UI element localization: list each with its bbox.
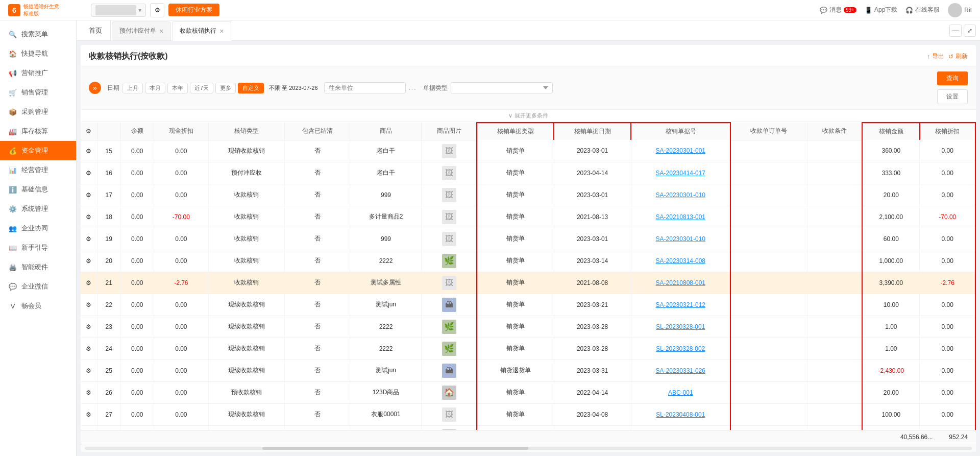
cell-verify-no[interactable]: SA-20230314-008	[631, 250, 730, 272]
user-area[interactable]: Rit	[948, 3, 972, 17]
sidebar-item-operation[interactable]: 📊 经营管理	[0, 160, 76, 180]
cell-include-settled: 否	[285, 338, 350, 359]
horizontal-scrollbar[interactable]	[85, 447, 972, 450]
cell-settings[interactable]: ⚙	[81, 403, 97, 425]
date-btn-this-year[interactable]: 本年	[167, 83, 188, 93]
app-download-button[interactable]: 📱 App下载	[865, 6, 897, 14]
cell-settings[interactable]: ⚙	[81, 184, 97, 206]
sidebar-item-sales[interactable]: 🛒 销售管理	[0, 83, 76, 102]
cell-verify-no[interactable]: SA-20230301-010	[631, 228, 730, 250]
cell-verify-no[interactable]: SA-20210808-001	[631, 272, 730, 294]
message-button[interactable]: 💬 消息 99+	[820, 6, 856, 14]
cell-seq: 21	[97, 272, 120, 294]
cell-verify-no[interactable]: SA-20230321-012	[631, 294, 730, 316]
voucher-type-select[interactable]	[451, 82, 553, 93]
cell-settings[interactable]: ⚙	[81, 425, 97, 430]
sidebar-item-system[interactable]: ⚙️ 系统管理	[0, 199, 76, 219]
cell-verify-no[interactable]: ABC-001	[631, 381, 730, 403]
cell-verify-discount: 0.00	[920, 316, 975, 338]
th-product-img: 商品图片	[422, 123, 477, 140]
sidebar-item-collab[interactable]: 👥 企业协同	[0, 219, 76, 238]
cell-settings[interactable]: ⚙	[81, 294, 97, 316]
sidebar-item-wechat[interactable]: 💬 企业微信	[0, 277, 76, 296]
org-selector[interactable]: ▾	[91, 4, 146, 17]
cell-settings[interactable]: ⚙	[81, 250, 97, 272]
cell-verify-discount: 0.00	[920, 294, 975, 316]
cell-settings[interactable]: ⚙	[81, 206, 97, 228]
maximize-button[interactable]: ⤢	[964, 25, 976, 37]
sidebar-item-basic[interactable]: ℹ️ 基础信息	[0, 180, 76, 199]
industry-button[interactable]: 休闲行业方案	[168, 4, 219, 16]
date-btn-custom[interactable]: 自定义	[238, 83, 264, 93]
th-balance: 余额	[120, 123, 154, 140]
cell-verify-no[interactable]: SA-20210813-001	[631, 206, 730, 228]
cell-settings[interactable]: ⚙	[81, 359, 97, 381]
cell-verify-type: 现续收款核销	[208, 359, 284, 381]
filter-toggle-button[interactable]: »	[89, 82, 101, 94]
sidebar-item-search[interactable]: 🔍 搜索菜单	[0, 25, 76, 44]
cart-icon: 🛒	[8, 88, 17, 97]
bottom-scroll-bar[interactable]	[81, 444, 976, 452]
date-btn-more[interactable]: 更多	[215, 83, 236, 93]
cell-receipt-condition	[807, 272, 862, 294]
sidebar-item-navigation[interactable]: 🏠 快捷导航	[0, 44, 76, 63]
cell-settings[interactable]: ⚙	[81, 228, 97, 250]
refresh-button[interactable]: ↺ 刷新	[948, 52, 968, 61]
minimize-button[interactable]: —	[949, 25, 962, 37]
cell-verify-voucher-type: 销货单	[477, 425, 554, 430]
cell-settings[interactable]: ⚙	[81, 140, 97, 162]
sidebar-item-purchase[interactable]: 📦 采购管理	[0, 102, 76, 122]
sidebar-item-member[interactable]: V 畅会员	[0, 296, 76, 316]
cell-verify-no[interactable]: SA-20230414-017	[631, 162, 730, 184]
voucher-type-label: 单据类型	[423, 84, 448, 92]
cell-verify-no[interactable]: SL-20230408-001	[631, 403, 730, 425]
cell-verify-no[interactable]: SL-20230418-001	[631, 425, 730, 430]
partner-filter-dots[interactable]: ...	[409, 84, 417, 91]
cell-cash-discount: 0.00	[154, 228, 208, 250]
date-label: 日期	[107, 84, 119, 92]
logo-icon: 6	[8, 4, 20, 16]
sidebar-item-marketing[interactable]: 📢 营销推广	[0, 63, 76, 83]
tab1-close-icon[interactable]: ×	[159, 28, 163, 35]
expand-bar: ∨ 展开更多条件	[81, 110, 976, 122]
export-button[interactable]: ↑ 导出	[927, 52, 944, 61]
sidebar-item-guide[interactable]: 📖 新手引导	[0, 238, 76, 257]
table-wrap[interactable]: ⚙ 余额 现金折扣 核销类型 包含已结清 商品 商品图片 核销单据类型 核销单据…	[81, 122, 976, 430]
date-btn-7days[interactable]: 近7天	[190, 83, 213, 93]
cell-settings[interactable]: ⚙	[81, 338, 97, 359]
tab-prepay[interactable]: 预付冲应付单 ×	[112, 21, 171, 41]
cell-balance: 0.00	[120, 294, 154, 316]
cell-verify-no[interactable]: SA-20230301-010	[631, 184, 730, 206]
cell-settings[interactable]: ⚙	[81, 316, 97, 338]
cell-verify-no[interactable]: SL-20230328-001	[631, 316, 730, 338]
expand-conditions-button[interactable]: ∨ 展开更多条件	[508, 112, 548, 119]
sidebar-item-finance[interactable]: 💰 资金管理	[0, 141, 76, 160]
partner-input[interactable]	[324, 82, 406, 93]
cell-settings[interactable]: ⚙	[81, 162, 97, 184]
settings-button[interactable]: 设置	[937, 89, 968, 104]
tab2-close-icon[interactable]: ×	[219, 28, 224, 35]
chevron-down-icon: ▾	[138, 7, 141, 14]
cell-product: 测试jun	[350, 359, 422, 381]
date-btn-last-month[interactable]: 上月	[122, 83, 143, 93]
sidebar-item-inventory[interactable]: 🏭 库存核算	[0, 122, 76, 141]
user-name: Rit	[964, 7, 972, 14]
tab-receipt-verify[interactable]: 收款核销执行 ×	[172, 21, 231, 41]
cell-verify-no[interactable]: SL-20230328-002	[631, 338, 730, 359]
date-btn-this-month[interactable]: 本月	[145, 83, 165, 93]
settings-icon[interactable]: ⚙	[150, 3, 164, 17]
cell-settings[interactable]: ⚙	[81, 381, 97, 403]
cell-settings[interactable]: ⚙	[81, 272, 97, 294]
th-settings[interactable]: ⚙	[81, 123, 97, 140]
tab-home[interactable]: 首页	[81, 20, 111, 41]
cell-verify-no[interactable]: SA-20230301-001	[631, 140, 730, 162]
query-button[interactable]: 查询	[937, 71, 968, 85]
sidebar-item-hardware[interactable]: 🖨️ 智能硬件	[0, 257, 76, 277]
online-service-button[interactable]: 🎧 在线客服	[905, 6, 940, 14]
cell-verify-no[interactable]: SA-20230331-026	[631, 359, 730, 381]
th-verify-date: 核销单据日期	[554, 123, 631, 140]
cell-product-img: 🏔	[422, 359, 477, 381]
cell-balance: 0.00	[120, 162, 154, 184]
cell-verify-amount: 333.00	[862, 162, 920, 184]
cell-cash-discount: 0.00	[154, 338, 208, 359]
